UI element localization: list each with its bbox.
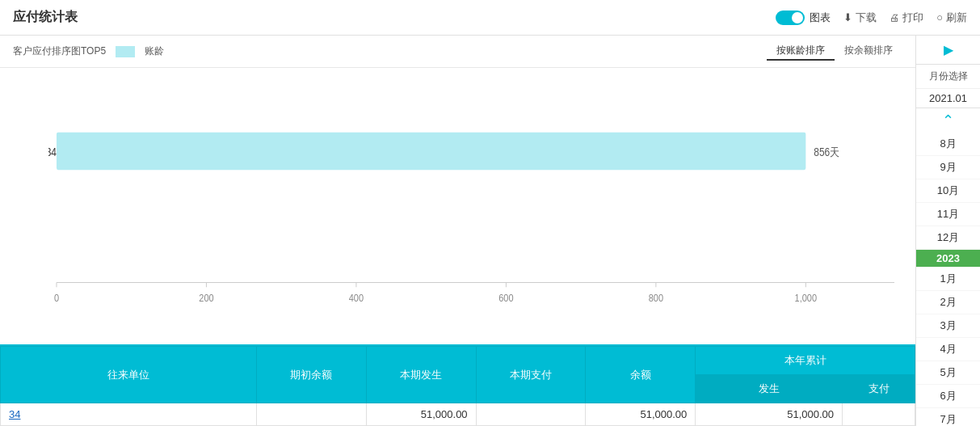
cell-current-occur: 51,000.00 [366, 403, 476, 426]
col-ytd-occur-header: 发生 [696, 375, 843, 403]
month-item[interactable]: 5月 [916, 361, 980, 385]
unit-link[interactable]: 34 [9, 408, 20, 420]
col-opening-header: 期初余额 [256, 347, 366, 403]
print-label: 打印 [902, 11, 923, 25]
cell-current-pay [476, 403, 586, 426]
sidebar-label: 月份选择 [916, 65, 980, 89]
download-button[interactable]: 下载 [843, 11, 877, 25]
month-item[interactable]: 11月 [916, 203, 980, 226]
print-button[interactable]: 打印 [890, 11, 923, 25]
sidebar-collapse-button[interactable]: ▶ [916, 36, 980, 65]
col-ytd-header: 本年累计 [696, 347, 915, 375]
data-table-section: 往来单位 期初余额 本期发生 本期支付 余额 本年累计 发生 支付 [0, 344, 915, 426]
month-list: 8月9月10月11月12月20231月2月3月4月5月6月7月 [916, 133, 980, 426]
table-row: 34 51,000.00 51,000.00 51,000.00 [1, 403, 915, 426]
month-item[interactable]: 2月 [916, 291, 980, 314]
chart-area: 34 856天 0 200 400 600 800 1,000 [0, 68, 915, 344]
month-nav-up-button[interactable]: ⌃ [916, 108, 980, 133]
refresh-label: 刷新 [946, 11, 967, 25]
cell-ytd-occur: 51,000.00 [696, 403, 843, 426]
svg-text:600: 600 [498, 292, 514, 304]
svg-text:800: 800 [649, 292, 664, 304]
cell-balance: 51,000.00 [586, 403, 696, 426]
bar-chart: 34 856天 0 200 400 600 800 1,000 [48, 76, 902, 320]
col-unit-header: 往来单位 [1, 347, 257, 403]
svg-text:1,000: 1,000 [795, 292, 818, 304]
download-icon [843, 11, 852, 23]
print-icon [890, 11, 899, 23]
month-item[interactable]: 6月 [916, 385, 980, 408]
sort-by-balance-button[interactable]: 按余额排序 [835, 42, 902, 61]
month-item[interactable]: 7月 [916, 408, 980, 426]
month-item[interactable]: 10月 [916, 179, 980, 203]
refresh-button[interactable]: 刷新 [936, 11, 967, 25]
year-input[interactable] [916, 89, 980, 108]
col-ytd-pay-header: 支付 [843, 375, 915, 403]
svg-text:34: 34 [48, 146, 57, 158]
month-item[interactable]: 1月 [916, 268, 980, 291]
chart-toggle[interactable] [776, 11, 805, 25]
month-item[interactable]: 8月 [916, 133, 980, 156]
cell-opening [256, 403, 366, 426]
svg-rect-1 [57, 133, 805, 170]
col-current-pay-header: 本期支付 [476, 347, 586, 403]
sort-by-age-button[interactable]: 按账龄排序 [767, 42, 835, 61]
chart-legend: 客户应付排序图TOP5 账龄 [13, 44, 164, 58]
chart-toggle-wrap[interactable]: 图表 [776, 11, 831, 25]
month-item[interactable]: 4月 [916, 338, 980, 361]
legend-box-label: 账龄 [145, 44, 164, 58]
svg-text:856天: 856天 [814, 146, 839, 158]
sort-buttons: 按账龄排序 按余额排序 [767, 42, 902, 61]
svg-text:200: 200 [199, 292, 214, 304]
legend-title: 客户应付排序图TOP5 [13, 44, 106, 58]
download-label: 下载 [856, 11, 877, 25]
data-table: 往来单位 期初余额 本期发生 本期支付 余额 本年累计 发生 支付 [0, 346, 915, 426]
cell-unit[interactable]: 34 [1, 403, 257, 426]
month-item[interactable]: 3月 [916, 314, 980, 338]
cell-ytd-pay [843, 403, 915, 426]
month-sidebar: ▶ 月份选择 ⌃ 8月9月10月11月12月20231月2月3月4月5月6月7月… [915, 36, 980, 426]
month-item[interactable]: 9月 [916, 156, 980, 179]
month-item[interactable]: 2023 [916, 250, 980, 268]
header-actions: 图表 下载 打印 刷新 [776, 11, 967, 25]
col-balance-header: 余额 [586, 347, 696, 403]
collapse-icon: ▶ [944, 42, 953, 57]
month-item[interactable]: 12月 [916, 226, 980, 250]
legend-box [116, 46, 135, 57]
col-current-occur-header: 本期发生 [366, 347, 476, 403]
svg-text:0: 0 [54, 292, 59, 304]
refresh-icon [936, 11, 943, 23]
toggle-label: 图表 [810, 11, 831, 25]
svg-text:400: 400 [349, 292, 364, 304]
page-title: 应付统计表 [13, 9, 78, 26]
